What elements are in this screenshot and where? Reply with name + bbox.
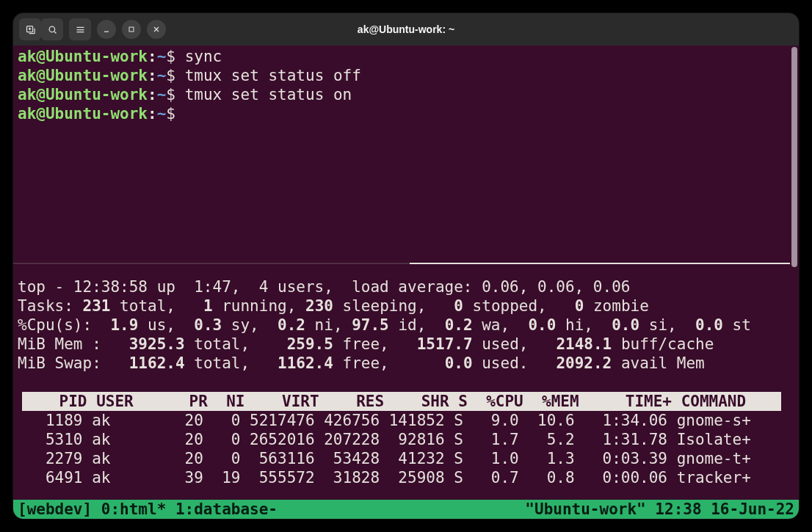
top-tasks: Tasks: 231 total, 1 running, 230 sleepin… xyxy=(18,296,790,316)
search-button[interactable] xyxy=(41,18,63,40)
scrollbar[interactable] xyxy=(791,47,797,267)
tmux-status-bar: [webdev] 0:html* 1:database- "Ubuntu-wor… xyxy=(13,500,799,519)
top-columns: PID USER PR NI VIRT RES SHR S %CPU %MEM … xyxy=(22,392,781,411)
top-swap: MiB Swap: 1162.4 total, 1162.4 free, 0.0… xyxy=(18,354,790,373)
maximize-button[interactable] xyxy=(122,20,141,39)
top-cpu: %Cpu(s): 1.9 us, 0.3 sy, 0.2 ni, 97.5 id… xyxy=(18,316,790,335)
top-uptime: top - 12:38:58 up 1:47, 4 users, load av… xyxy=(18,277,790,296)
minimize-button[interactable] xyxy=(97,20,116,39)
process-row: 5310 ak 20 0 2652016 207228 92816 S 1.7 … xyxy=(18,430,790,449)
new-tab-button[interactable] xyxy=(19,18,41,40)
shell-line: ak@Ubuntu-work:~$ xyxy=(18,104,790,123)
pane-border-inactive xyxy=(13,263,410,264)
status-right: "Ubuntu-work" 12:38 16-Jun-22 xyxy=(525,500,794,519)
shell-line: ak@Ubuntu-work:~$ tmux set status on xyxy=(18,85,790,104)
pane-border-active xyxy=(410,263,790,264)
svg-point-1 xyxy=(49,26,55,32)
terminal-window: ak@Ubuntu-work: ~ ak@Ubuntu-work:~$ sync… xyxy=(13,13,799,519)
process-row: 2279 ak 20 0 563116 53428 41232 S 1.0 1.… xyxy=(18,449,790,468)
terminal-body[interactable]: ak@Ubuntu-work:~$ syncak@Ubuntu-work:~$ … xyxy=(13,45,799,519)
menu-button[interactable] xyxy=(69,18,91,40)
svg-rect-2 xyxy=(129,27,134,32)
close-button[interactable] xyxy=(147,20,166,39)
titlebar: ak@Ubuntu-work: ~ xyxy=(13,13,799,45)
process-row: 1189 ak 20 0 5217476 426756 141852 S 9.0… xyxy=(18,411,790,430)
shell-line: ak@Ubuntu-work:~$ tmux set status off xyxy=(18,66,790,85)
shell-line: ak@Ubuntu-work:~$ sync xyxy=(18,47,790,66)
status-left: [webdev] 0:html* 1:database- xyxy=(18,500,278,519)
top-mem: MiB Mem : 3925.3 total, 259.5 free, 1517… xyxy=(18,335,790,354)
process-row: 6491 ak 39 19 555572 31828 25908 S 0.7 0… xyxy=(18,468,790,487)
